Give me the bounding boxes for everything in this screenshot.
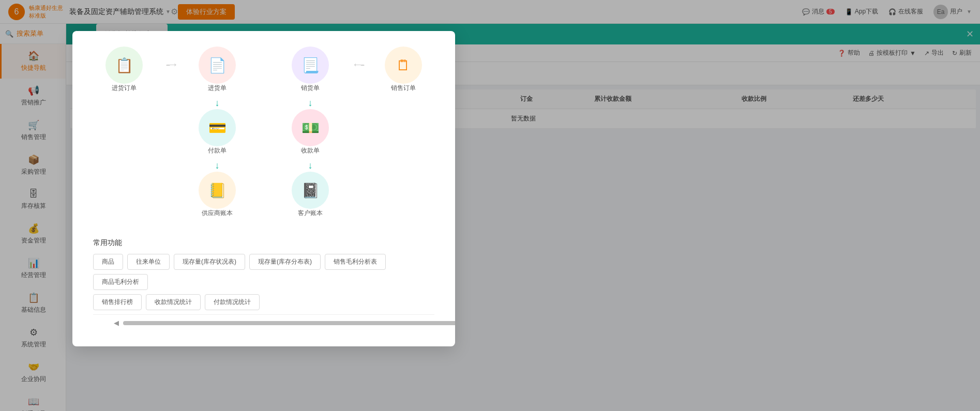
- sales-order-label: 销售订单: [391, 84, 416, 93]
- purchase-bill-circle: 📄: [199, 47, 236, 84]
- app-container: 6 畅康通好生意 标准版 装备及固定资产辅助管理系统 ▼ ⚙ 体验行业方案 💬 …: [0, 0, 980, 411]
- arrow-right-1: - - →: [155, 58, 186, 82]
- func-btn-partner[interactable]: 往来单位: [127, 254, 170, 270]
- flow-node-customer-account[interactable]: 📓 客户账本: [279, 172, 341, 218]
- common-functions: 常用功能 商品 往来单位 现存量(库存状况表) 现存量(库存分布表) 销售毛利分…: [93, 238, 434, 310]
- func-btn-stock-status[interactable]: 现存量(库存状况表): [174, 254, 245, 270]
- payment-bill-circle: 💳: [199, 109, 236, 146]
- customer-account-label: 客户账本: [298, 209, 323, 218]
- purchase-bill-label: 进货单: [208, 84, 227, 93]
- down-arrow-receipt: ↓: [279, 160, 341, 171]
- payment-bill-label: 付款单: [208, 146, 227, 155]
- flow-node-sales-order[interactable]: 🗒 销售订单: [372, 47, 434, 93]
- customer-account-circle: 📓: [292, 172, 329, 209]
- scroll-track[interactable]: [123, 321, 455, 325]
- supplier-account-label: 供应商账本: [202, 209, 233, 218]
- func-btn-product[interactable]: 商品: [93, 254, 123, 270]
- content-area: 首页 销售订单执行表 × ✕ ❓ 帮助: [66, 24, 980, 411]
- purchase-order-label: 进货订单: [112, 84, 137, 93]
- sales-bill-label: 销货单: [301, 84, 320, 93]
- flow-node-sales-bill[interactable]: 📃 销货单: [279, 47, 341, 93]
- purchase-order-circle: 📋: [105, 47, 143, 84]
- supplier-account-circle: 📒: [199, 172, 236, 209]
- down-arrow-sales: ↓: [279, 98, 341, 109]
- flow-node-purchase-bill[interactable]: 📄 进货单: [186, 47, 248, 93]
- modal-overlay[interactable]: 📋 进货订单 - - → 📄 进货单: [66, 24, 980, 411]
- common-functions-title: 常用功能: [93, 238, 434, 248]
- arrow-left-1: ← - -: [341, 58, 372, 82]
- scroll-left-arrow[interactable]: ◀: [114, 319, 119, 327]
- flow-node-receipt-bill[interactable]: 💵 收款单: [279, 109, 341, 155]
- func-btn-payment-stats[interactable]: 付款情况统计: [205, 294, 260, 310]
- func-btn-receipt-stats[interactable]: 收款情况统计: [146, 294, 201, 310]
- flow-modal: 📋 进货订单 - - → 📄 进货单: [72, 31, 455, 346]
- sales-order-circle: 🗒: [385, 47, 422, 84]
- func-btn-sales-ranking[interactable]: 销售排行榜: [93, 294, 142, 310]
- main-area: 🔍 搜索菜单 🏠 快捷导航 📢 营销推广 🛒 销售管理 📦: [0, 24, 980, 411]
- receipt-bill-circle: 💵: [292, 109, 329, 146]
- func-btn-stock-dist[interactable]: 现存量(库存分布表): [249, 254, 321, 270]
- flow-node-payment-bill[interactable]: 💳 付款单: [186, 109, 248, 155]
- flow-node-purchase-order[interactable]: 📋 进货订单: [93, 47, 155, 93]
- func-buttons-row1: 商品 往来单位 现存量(库存状况表) 现存量(库存分布表) 销售毛利分析表 商品…: [93, 254, 434, 290]
- func-buttons-row2: 销售排行榜 收款情况统计 付款情况统计: [93, 294, 434, 310]
- scroll-thumb: [123, 321, 455, 325]
- receipt-bill-label: 收款单: [301, 146, 320, 155]
- down-arrow-payment: ↓: [186, 160, 248, 171]
- modal-content: 📋 进货订单 - - → 📄 进货单: [72, 31, 455, 346]
- spacer-1: [248, 65, 279, 75]
- scroll-bar-area: ◀ ▶: [93, 314, 434, 331]
- func-btn-sales-margin[interactable]: 销售毛利分析表: [325, 254, 386, 270]
- func-btn-product-margin[interactable]: 商品毛利分析: [93, 274, 148, 290]
- flow-diagram: 📋 进货订单 - - → 📄 进货单: [93, 47, 434, 228]
- down-arrow-purchase: ↓: [186, 98, 248, 109]
- sales-bill-circle: 📃: [292, 47, 329, 84]
- flow-node-supplier-account[interactable]: 📒 供应商账本: [186, 172, 248, 218]
